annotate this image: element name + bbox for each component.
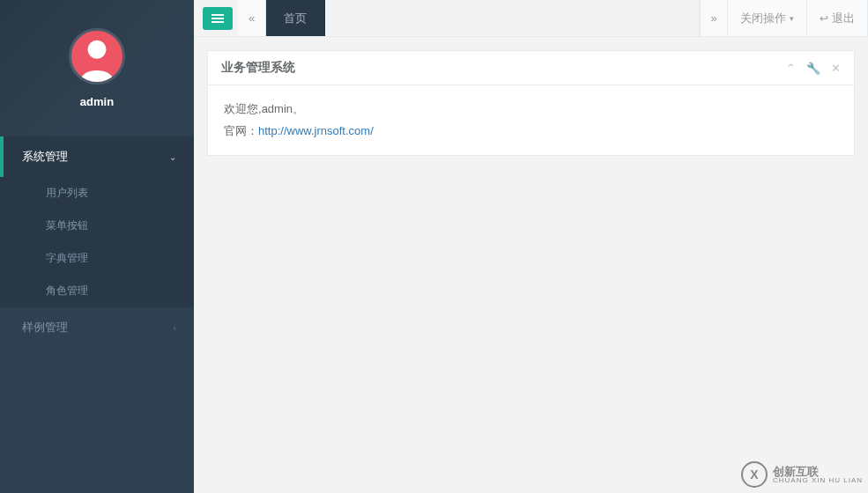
wrench-icon[interactable]: 🔧 — [806, 62, 820, 75]
site-label: 官网： — [224, 124, 258, 137]
close-icon[interactable]: ✕ — [831, 62, 841, 75]
logout-label: 退出 — [832, 11, 855, 26]
sidebar-sub-menu-buttons[interactable]: 菜单按钮 — [0, 210, 194, 242]
panel-header: 业务管理系统 ⌃ 🔧 ✕ — [208, 51, 854, 85]
sidebar-item-label: 样例管理 — [22, 320, 68, 335]
double-chevron-right-icon: » — [710, 11, 716, 25]
caret-down-icon: ▾ — [790, 14, 794, 23]
welcome-suffix: 。 — [293, 102, 304, 115]
panel-tools: ⌃ 🔧 ✕ — [786, 62, 841, 75]
profile-block: admin — [0, 0, 194, 136]
content-area: 业务管理系统 ⌃ 🔧 ✕ 欢迎您,admin。 官网：http://www.jr… — [194, 37, 868, 169]
svg-point-0 — [88, 40, 107, 59]
tab-home[interactable]: 首页 — [266, 0, 325, 36]
welcome-panel: 业务管理系统 ⌃ 🔧 ✕ 欢迎您,admin。 官网：http://www.jr… — [207, 50, 855, 156]
chevron-left-icon: ‹ — [174, 323, 176, 333]
username: admin — [80, 95, 114, 108]
sidebar-sub-dictionary[interactable]: 字典管理 — [0, 242, 194, 275]
close-operations-dropdown[interactable]: 关闭操作 ▾ — [728, 0, 807, 36]
site-link[interactable]: http://www.jrnsoft.com/ — [258, 124, 374, 137]
panel-body: 欢迎您,admin。 官网：http://www.jrnsoft.com/ — [208, 85, 854, 155]
sidebar-sub-roles[interactable]: 角色管理 — [0, 275, 194, 307]
chevron-down-icon: ⌄ — [169, 152, 176, 162]
sidebar-item-system[interactable]: 系统管理 ⌄ — [0, 136, 194, 177]
sidebar-item-sample[interactable]: 样例管理 ‹ — [0, 307, 194, 348]
sidebar-item-label: 系统管理 — [22, 149, 68, 165]
sidebar-submenu-system: 用户列表 菜单按钮 字典管理 角色管理 — [0, 177, 194, 307]
logout-button[interactable]: ↪ 退出 — [807, 0, 868, 36]
collapse-icon[interactable]: ⌃ — [786, 62, 796, 75]
welcome-text: 欢迎您,admin。 — [224, 99, 838, 121]
welcome-username: admin — [262, 102, 293, 115]
tabs-scroll-left-button[interactable]: « — [238, 0, 266, 36]
avatar[interactable] — [69, 28, 125, 85]
sidebar-sub-users[interactable]: 用户列表 — [0, 177, 194, 210]
user-icon — [72, 33, 122, 82]
topbar: « 首页 » 关闭操作 ▾ ↪ 退出 — [194, 0, 868, 37]
site-line: 官网：http://www.jrnsoft.com/ — [224, 121, 838, 143]
double-chevron-left-icon: « — [249, 11, 255, 25]
toggle-sidebar-button[interactable] — [203, 7, 233, 30]
tabs-empty-space — [325, 0, 700, 36]
main-area: « 首页 » 关闭操作 ▾ ↪ 退出 业务管理系统 ⌃ 🔧 ✕ — [194, 0, 868, 493]
panel-title: 业务管理系统 — [221, 60, 295, 76]
welcome-prefix: 欢迎您, — [224, 102, 262, 115]
tabs-scroll-right-button[interactable]: » — [700, 0, 728, 36]
sidebar-nav: 系统管理 ⌄ 用户列表 菜单按钮 字典管理 角色管理 样例管理 ‹ — [0, 136, 194, 348]
close-operations-label: 关闭操作 — [740, 11, 786, 26]
sidebar: admin 系统管理 ⌄ 用户列表 菜单按钮 字典管理 角色管理 样例管理 ‹ — [0, 0, 194, 493]
logout-icon: ↪ — [820, 12, 828, 25]
